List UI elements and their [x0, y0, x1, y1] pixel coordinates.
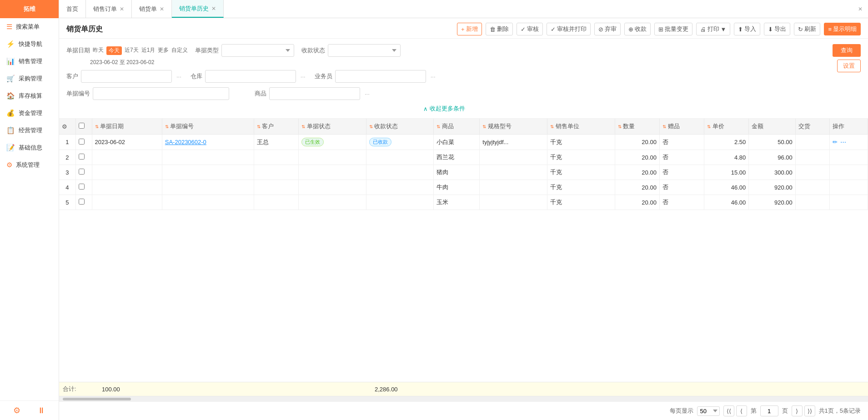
query-button[interactable]: 查询 — [833, 44, 861, 57]
filter-date-item: 单据日期 昨天 今天 近7天 近1月 更多 自定义 — [66, 46, 188, 55]
page-nav: ⟨⟨ ⟨ 第 页 ⟩ ⟩⟩ — [723, 405, 815, 416]
cell-date — [92, 180, 162, 195]
sidebar-item-sys-mgmt[interactable]: ⚙ 系统管理 — [0, 156, 59, 174]
salesperson-more-btn[interactable]: ··· — [429, 72, 437, 81]
settings-bottom-icon[interactable]: ⚙ — [13, 405, 20, 415]
ops-mgmt-icon: 📋 — [6, 126, 15, 135]
close-all-tabs[interactable]: ✕ — [853, 0, 868, 18]
cell-action — [830, 165, 868, 180]
row-checkbox[interactable] — [79, 199, 85, 205]
row-checkbox[interactable] — [79, 184, 85, 190]
th-date[interactable]: ⇅ 单据日期 — [92, 119, 162, 135]
abandon-button[interactable]: ⊘ 弃审 — [594, 23, 621, 35]
select-all-checkbox[interactable] — [79, 123, 85, 129]
page-label-before: 第 — [751, 407, 757, 415]
more-btn[interactable]: 更多 — [158, 46, 169, 55]
table-row: 5 玉米 千克 20.00 否 46.00 920.00 — [59, 195, 868, 210]
finance-mgmt-icon: 💰 — [6, 109, 15, 117]
yesterday-btn[interactable]: 昨天 — [93, 46, 104, 55]
import-button[interactable]: ⬆ 导入 — [734, 23, 760, 35]
cell-no: 3 — [59, 165, 75, 180]
sidebar-item-quick-nav[interactable]: ⚡ 快捷导航 — [0, 35, 59, 53]
prev-page-btn[interactable]: ⟨ — [736, 405, 747, 416]
custom-btn[interactable]: 自定义 — [171, 46, 188, 55]
sidebar-item-sales-mgmt[interactable]: 📊 销售管理 — [0, 53, 59, 70]
last1month-btn[interactable]: 近1月 — [141, 46, 156, 55]
doctype-select[interactable] — [221, 44, 294, 57]
sidebar-item-purchase-mgmt[interactable]: 🛒 采购管理 — [0, 70, 59, 87]
th-spec[interactable]: ⇅ 规格型号 — [480, 119, 547, 135]
export-button[interactable]: ⬇ 导出 — [764, 23, 790, 35]
goods-input[interactable] — [269, 87, 360, 100]
collapse-icon: ∧ — [423, 105, 428, 112]
row-checkbox[interactable] — [79, 169, 85, 175]
collapse-btn[interactable]: ∧ 收起更多条件 — [66, 105, 822, 113]
tab-sales-history[interactable]: 销货单历史 ✕ — [172, 0, 224, 18]
th-qty[interactable]: ⇅ 数量 — [615, 119, 659, 135]
goods-more-btn[interactable]: ··· — [363, 90, 371, 98]
doc-no-link[interactable]: SA-20230602-0 — [165, 139, 206, 145]
audit-print-icon: ✓ — [551, 26, 556, 33]
collapse-sidebar-icon[interactable]: ⏸ — [37, 406, 45, 415]
th-gift[interactable]: ⇅ 赠品 — [659, 119, 704, 135]
payment-status-select[interactable] — [328, 44, 401, 57]
sidebar-item-search-menu[interactable]: ☰ 搜索菜单 — [0, 18, 59, 35]
more-action[interactable]: ⋯ — [840, 139, 846, 145]
refresh-button[interactable]: ↻ 刷新 — [794, 23, 820, 35]
horizontal-scrollbar[interactable] — [63, 398, 131, 400]
cell-payment-status — [366, 195, 434, 210]
close-sales-order-tab[interactable]: ✕ — [120, 6, 124, 12]
audit-print-button[interactable]: ✓ 审核并打印 — [547, 23, 591, 35]
th-doc-status[interactable]: ⇅ 单据状态 — [298, 119, 366, 135]
cell-delivery — [795, 150, 830, 165]
th-doc-no[interactable]: ⇅ 单据编号 — [162, 119, 254, 135]
warehouse-more-btn[interactable]: ··· — [299, 72, 307, 81]
edit-action[interactable]: ✏ — [833, 139, 838, 145]
delete-button[interactable]: 🗑 删除 — [486, 23, 513, 35]
date-shortcuts: 昨天 今天 近7天 近1月 更多 自定义 — [93, 46, 188, 55]
close-sales-history-tab[interactable]: ✕ — [211, 5, 216, 12]
column-settings-icon[interactable]: ⚙ — [62, 123, 67, 130]
row-checkbox[interactable] — [79, 139, 85, 145]
show-detail-button[interactable]: ≡ 显示明细 — [824, 23, 861, 35]
docno-input[interactable] — [93, 87, 229, 100]
next-page-btn[interactable]: ⟩ — [792, 405, 803, 416]
table-row: 1 2023-06-02 SA-20230602-0 王总 已生效 已收款 小白… — [59, 135, 868, 150]
last-page-btn[interactable]: ⟩⟩ — [804, 405, 815, 416]
first-page-btn[interactable]: ⟨⟨ — [723, 405, 734, 416]
th-unit-price[interactable]: ⇅ 单价 — [704, 119, 749, 135]
th-customer[interactable]: ⇅ 客户 — [254, 119, 298, 135]
sidebar-item-ops-mgmt[interactable]: 📋 经营管理 — [0, 122, 59, 139]
salesperson-input[interactable] — [335, 70, 426, 83]
th-settings[interactable]: ⚙ — [59, 119, 75, 135]
settings-button[interactable]: 设置 — [837, 60, 861, 72]
cell-qty: 20.00 — [615, 180, 659, 195]
sidebar-item-inventory[interactable]: 🏠 库存核算 — [0, 87, 59, 105]
warehouse-input[interactable] — [205, 70, 296, 83]
th-goods[interactable]: ⇅ 商品 — [434, 119, 480, 135]
close-sales-delivery-tab[interactable]: ✕ — [160, 6, 164, 12]
tab-sales-order[interactable]: 销售订单 ✕ — [86, 0, 132, 18]
customer-more-btn[interactable]: ··· — [175, 72, 183, 81]
batch-change-button[interactable]: ⊞ 批量变更 — [654, 23, 692, 35]
sidebar-item-basic-info[interactable]: 📝 基础信息 — [0, 139, 59, 156]
sidebar-item-finance-mgmt[interactable]: 💰 资金管理 — [0, 105, 59, 122]
page-number-input[interactable] — [760, 405, 778, 416]
tab-sales-delivery[interactable]: 销货单 ✕ — [132, 0, 172, 18]
row-checkbox[interactable] — [79, 154, 85, 160]
print-button[interactable]: 🖨 打印 ▼ — [696, 23, 731, 35]
audit-button[interactable]: ✓ 审核 — [517, 23, 543, 35]
today-btn[interactable]: 今天 — [106, 46, 122, 55]
customer-input[interactable] — [81, 70, 172, 83]
th-unit[interactable]: ⇅ 销售单位 — [547, 119, 615, 135]
cell-doc-status — [298, 180, 366, 195]
last7days-btn[interactable]: 近7天 — [125, 46, 139, 55]
th-payment-status[interactable]: ⇅ 收款状态 — [366, 119, 434, 135]
new-button[interactable]: + 新增 — [457, 23, 482, 35]
collect-button[interactable]: ⊕ 收款 — [624, 23, 651, 35]
print-icon: 🖨 — [700, 26, 706, 33]
page-size-select[interactable]: 50 100 200 — [697, 406, 720, 416]
warehouse-label: 仓库 — [191, 72, 202, 80]
footer-values: 100.00 2,286.00 — [99, 386, 864, 393]
tab-home[interactable]: 首页 — [59, 0, 86, 18]
